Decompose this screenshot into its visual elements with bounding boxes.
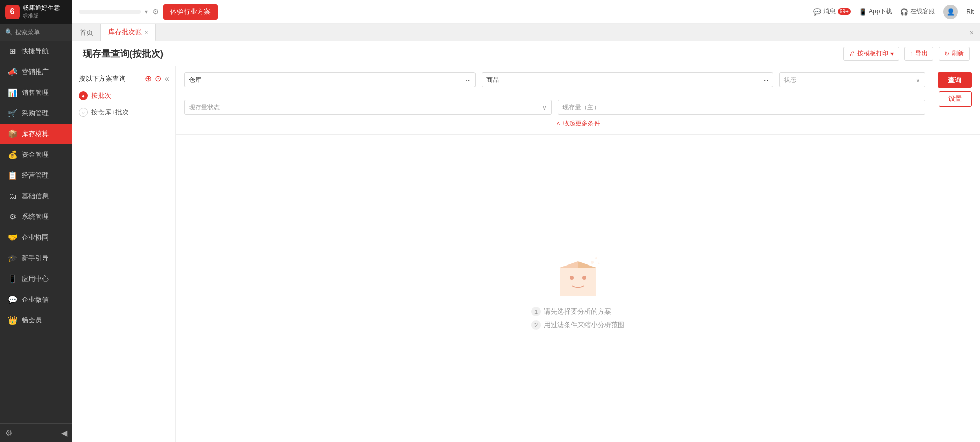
app-download-action[interactable]: 📱 App下载 xyxy=(859,7,892,16)
svg-point-5 xyxy=(591,261,594,264)
tabs-bar: 首页 库存批次账 × × xyxy=(72,24,980,41)
page-title: 现存量查询(按批次) xyxy=(83,48,164,60)
sidebar-item-label: 采购管理 xyxy=(22,109,49,118)
left-panel-header-actions: ⊕ ⊙ « xyxy=(145,73,169,83)
trial-button[interactable]: 体验行业方案 xyxy=(163,4,218,20)
sidebar-item-basic[interactable]: 🗂 基础信息 xyxy=(0,186,72,207)
tab-close-icon[interactable]: × xyxy=(145,29,148,35)
left-panel-title: 按以下方案查询 xyxy=(79,74,126,83)
member-icon: 👑 xyxy=(7,316,18,325)
scheme-item-by-warehouse-batch[interactable]: ○ 按仓库+批次 xyxy=(72,104,175,121)
sidebar-item-purchase[interactable]: 🛒 采购管理 xyxy=(0,103,72,124)
collapse-icon: ∧ xyxy=(556,120,561,127)
inventory-qty-range[interactable]: 现存量（主） — xyxy=(558,100,925,115)
filter-actions: 查询 设置 xyxy=(931,72,972,107)
sidebar-item-wechat[interactable]: 💬 企业微信 xyxy=(0,289,72,310)
svg-point-3 xyxy=(570,276,574,280)
tab-home[interactable]: 首页 xyxy=(72,24,101,41)
sidebar-item-finance[interactable]: 💰 资金管理 xyxy=(0,144,72,165)
sidebar-item-label: 系统管理 xyxy=(22,212,49,222)
app-download-label: App下载 xyxy=(869,7,892,16)
close-all-tabs-icon[interactable]: × xyxy=(970,28,974,37)
product-input[interactable]: 商品 ··· xyxy=(482,72,773,87)
sidebar-item-label: 库存核算 xyxy=(22,129,49,139)
app-version: 标准版 xyxy=(23,12,60,20)
headset-icon: 🎧 xyxy=(900,8,908,16)
page-header: 现存量查询(按批次) 🖨 按模板打印 ▾ ↑ 导出 ↻ 刷新 xyxy=(72,41,980,66)
print-button[interactable]: 🖨 按模板打印 ▾ xyxy=(843,47,899,61)
export-icon: ↑ xyxy=(910,50,913,57)
sidebar-item-enterprise[interactable]: 🤝 企业协同 xyxy=(0,227,72,248)
tip-2-num: 2 xyxy=(531,320,541,330)
user-avatar[interactable]: 👤 xyxy=(943,5,958,19)
sidebar-item-label: 销售管理 xyxy=(22,88,49,97)
inventory-status-select[interactable]: 现存量状态 ∨ xyxy=(184,100,552,115)
topbar-chevron-icon[interactable]: ▾ xyxy=(145,8,148,16)
purchase-icon: 🛒 xyxy=(7,109,18,118)
svg-point-4 xyxy=(582,276,586,280)
scheme-inactive-indicator: ○ xyxy=(79,108,88,117)
filter-inventory-status-field: 现存量状态 ∨ xyxy=(184,100,552,115)
scheme-item-by-batch[interactable]: ● 按批次 xyxy=(72,87,175,104)
inventory-status-label: 现存量状态 xyxy=(189,103,220,112)
refresh-icon: ↻ xyxy=(944,50,949,57)
scheme-settings-icon[interactable]: ⊙ xyxy=(155,73,161,83)
sidebar-item-marketing[interactable]: 📣 营销推广 xyxy=(0,62,72,82)
system-icon: ⚙ xyxy=(7,212,18,222)
product-more-icon[interactable]: ··· xyxy=(763,77,768,84)
sidebar-item-newbie[interactable]: 🎓 新手引导 xyxy=(0,248,72,269)
svg-point-7 xyxy=(598,263,600,264)
sidebar-item-quick-nav[interactable]: ⊞ 快捷导航 xyxy=(0,41,72,62)
empty-illustration xyxy=(547,247,609,299)
add-scheme-icon[interactable]: ⊕ xyxy=(145,73,152,83)
query-button[interactable]: 查询 xyxy=(938,72,972,88)
scheme-label: 按仓库+批次 xyxy=(91,108,129,117)
filter-row-1: 仓库 ··· 商品 ··· xyxy=(184,72,925,87)
sidebar-item-label: 快捷导航 xyxy=(22,47,49,56)
panel-collapse-icon[interactable]: « xyxy=(165,74,169,83)
username-label[interactable]: Rit xyxy=(966,8,974,16)
warehouse-more-icon[interactable]: ··· xyxy=(466,77,471,84)
tab-batch-ledger[interactable]: 库存批次账 × xyxy=(101,24,156,41)
main-area: ▾ ⚙ 体验行业方案 💬 消息 99+ 📱 App下载 🎧 在线客服 👤 Rit xyxy=(72,0,980,442)
footer-collapse-icon[interactable]: ◀ xyxy=(61,428,67,438)
topbar-gear-icon[interactable]: ⚙ xyxy=(152,7,159,17)
page-actions: 🖨 按模板打印 ▾ ↑ 导出 ↻ 刷新 xyxy=(843,47,970,61)
warehouse-input[interactable]: 仓库 ··· xyxy=(184,72,476,87)
sidebar-item-label: 基础信息 xyxy=(22,191,49,201)
export-button[interactable]: ↑ 导出 xyxy=(904,47,933,61)
printer-icon: 🖨 xyxy=(849,50,855,57)
sales-icon: 📊 xyxy=(7,88,18,97)
sidebar-item-inventory[interactable]: 📦 库存核算 xyxy=(0,124,72,144)
sidebar-item-label: 企业协同 xyxy=(22,233,49,242)
footer-settings-icon[interactable]: ⚙ xyxy=(5,428,12,438)
sidebar-item-app-center[interactable]: 📱 应用中心 xyxy=(0,269,72,289)
sidebar-nav: ⊞ 快捷导航 📣 营销推广 📊 销售管理 🛒 采购管理 📦 库存核算 💰 资金管… xyxy=(0,41,72,423)
messages-action[interactable]: 💬 消息 99+ xyxy=(813,7,851,16)
topbar: ▾ ⚙ 体验行业方案 💬 消息 99+ 📱 App下载 🎧 在线客服 👤 Rit xyxy=(72,0,980,24)
sidebar-item-sales[interactable]: 📊 销售管理 xyxy=(0,82,72,103)
sidebar-item-label: 应用中心 xyxy=(22,274,49,284)
sidebar-item-operations[interactable]: 📋 经营管理 xyxy=(0,165,72,186)
sidebar-item-system[interactable]: ⚙ 系统管理 xyxy=(0,207,72,227)
left-panel: 按以下方案查询 ⊕ ⊙ « ● 按批次 ○ 按仓库+批次 xyxy=(72,66,176,442)
status-label: 状态 xyxy=(784,76,796,84)
empty-tips: 1 请先选择要分析的方案 2 用过滤条件来缩小分析范围 xyxy=(531,307,625,330)
topbar-left: ▾ ⚙ 体验行业方案 xyxy=(79,4,809,20)
online-service-action[interactable]: 🎧 在线客服 xyxy=(900,7,935,16)
tabs-bar-right: × xyxy=(970,24,980,41)
app-info: 畅康通好生意 标准版 xyxy=(23,4,60,20)
status-chevron-icon: ∨ xyxy=(916,77,920,84)
status-select[interactable]: 状态 ∨ xyxy=(779,72,925,87)
refresh-button[interactable]: ↻ 刷新 xyxy=(939,47,970,61)
newbie-icon: 🎓 xyxy=(7,254,18,263)
sidebar-item-label: 资金管理 xyxy=(22,150,49,159)
online-service-label: 在线客服 xyxy=(910,7,935,16)
print-chevron-icon[interactable]: ▾ xyxy=(890,50,894,57)
filter-setting-button[interactable]: 设置 xyxy=(939,91,972,107)
collapse-more-button[interactable]: ∧ 收起更多条件 xyxy=(184,119,972,128)
sidebar-search[interactable]: 🔍 搜索菜单 xyxy=(0,24,72,41)
enterprise-icon: 🤝 xyxy=(7,233,18,242)
sidebar-search-label: 搜索菜单 xyxy=(15,28,40,37)
sidebar-item-member[interactable]: 👑 畅会员 xyxy=(0,310,72,331)
